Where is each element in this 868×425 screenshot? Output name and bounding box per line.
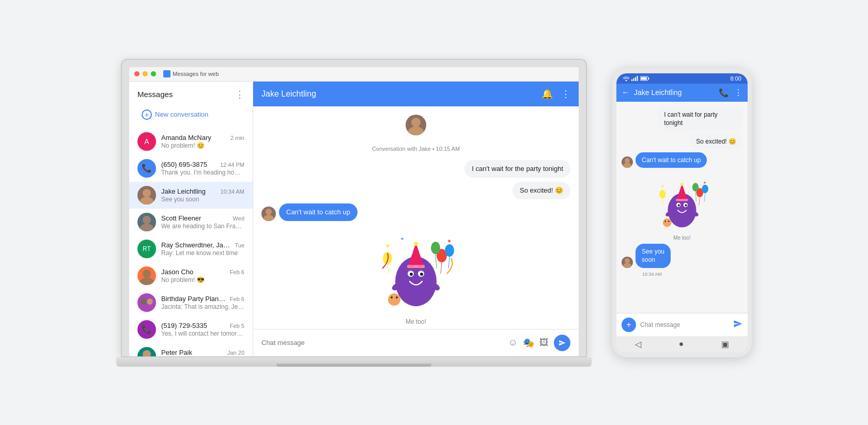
svg-marker-53 [677, 184, 688, 200]
svg-point-28 [396, 296, 398, 298]
phone-more-icon[interactable]: ⋮ [734, 88, 742, 98]
conv-info-650: (650) 695-3875 12:44 PM Thank you. I'm h… [161, 161, 244, 176]
svg-point-22 [410, 273, 413, 276]
svg-point-67 [702, 185, 708, 194]
svg-rect-44 [633, 78, 634, 81]
me-too-label: Me too! [261, 318, 570, 325]
svg-text:★: ★ [703, 181, 706, 184]
traffic-light-green[interactable] [151, 71, 156, 76]
conv-item-jason[interactable]: Jason Cho Feb 6 No problem! 😎 [129, 262, 253, 289]
conv-name-amanda: Amanda McNary [161, 134, 211, 141]
conv-time-scott: Wed [233, 215, 244, 222]
back-nav-icon[interactable]: ◁ [635, 339, 641, 349]
phone-bubble-2: So excited! 😊 [690, 134, 742, 149]
avatar-519: 📞 [137, 320, 156, 339]
conv-name-519: (519) 729-5335 [161, 322, 207, 329]
msg-row-2: So excited! 😊 [261, 182, 570, 199]
phone-bubble-3: Can't wait to catch up [636, 152, 707, 168]
send-button[interactable] [554, 335, 570, 351]
laptop-content: Messages ⋮ + New conversation A [129, 82, 579, 356]
bubble-3: Can't wait to catch up [279, 203, 358, 221]
emoji-icon[interactable]: ☺ [508, 337, 518, 348]
sticker-icon[interactable]: 🎭 [523, 337, 534, 349]
conv-item-peter[interactable]: Peter Paik Jan 20 I am available tomorro… [129, 343, 253, 356]
phone-jake-avatar-2 [622, 257, 633, 268]
conv-name-ray: Ray Schwerdtner, Jason Tzou [161, 241, 233, 249]
phone-header: ← Jake Leichtling 📞 ⋮ [616, 84, 748, 102]
phone-call-icon[interactable]: 📞 [719, 88, 729, 98]
svg-point-63 [664, 221, 666, 222]
phone-contact-name: Jake Leichtling [634, 88, 715, 97]
phone-chat-input-placeholder[interactable]: Chat message [640, 321, 729, 328]
laptop-titlebar: Messages for web [129, 67, 579, 82]
bubble-2: So excited! 😊 [513, 182, 570, 199]
conv-preview-birthday: Jacinta: That is amazing, Jeremy [161, 303, 244, 310]
svg-text:★: ★ [400, 237, 404, 241]
laptop-base [116, 357, 592, 367]
svg-point-13 [264, 215, 274, 221]
conv-info-amanda: Amanda McNary 2 min No problem! 😊 [161, 134, 244, 149]
phone-status-icons [623, 76, 649, 81]
conv-item-amanda[interactable]: A Amanda McNary 2 min No problem! 😊 [129, 128, 253, 155]
svg-point-5 [140, 277, 153, 285]
svg-line-30 [441, 262, 442, 274]
conv-item-650[interactable]: 📞 (650) 695-3875 12:44 PM Thank you. I'm… [129, 155, 253, 182]
conv-item-jake[interactable]: Jake Leichtling 10:34 AM See you soon [129, 182, 253, 209]
svg-line-34 [436, 254, 437, 269]
avatar-650: 📞 [137, 159, 156, 178]
new-conversation-button[interactable]: + New conversation [133, 105, 249, 124]
traffic-light-yellow[interactable] [143, 71, 148, 76]
svg-point-75 [625, 258, 630, 263]
phone-messages: I can't wait for party tonight So excite… [616, 102, 748, 313]
conv-time-jake: 10:34 AM [221, 188, 244, 195]
msg-row-3: Can't wait to catch up [261, 203, 570, 221]
conv-time-ray: Tue [235, 242, 244, 248]
traffic-light-red[interactable] [134, 71, 140, 76]
svg-point-1 [140, 197, 153, 204]
recents-nav-icon[interactable]: ▣ [721, 339, 729, 349]
notifications-icon[interactable]: 🔔 [541, 88, 553, 100]
new-conversation-label: New conversation [155, 111, 208, 118]
sidebar-header: Messages ⋮ [129, 82, 253, 105]
svg-rect-49 [641, 77, 647, 80]
conv-time-amanda: 2 min [230, 135, 244, 141]
phone-msg-row-2: So excited! 😊 [622, 134, 742, 149]
phone-bubble-1: I can't wait for party tonight [658, 107, 742, 131]
back-icon[interactable]: ← [622, 88, 630, 97]
more-options-icon[interactable]: ⋮ [561, 88, 570, 100]
conv-preview-scott: We are heading to San Francisco [161, 223, 244, 230]
svg-point-71 [659, 190, 665, 199]
home-nav-icon[interactable]: ● [679, 339, 684, 349]
svg-point-31 [445, 244, 454, 257]
conv-item-519[interactable]: 📞 (519) 729-5335 Feb 5 Yes, I will conta… [129, 316, 253, 343]
svg-rect-16 [407, 265, 425, 268]
conv-item-ray[interactable]: RT Ray Schwerdtner, Jason Tzou Tue Ray: … [129, 235, 253, 262]
plus-icon: + [142, 109, 152, 120]
conv-time-birthday: Feb 6 [230, 296, 244, 302]
avatar-jake [137, 186, 156, 204]
phone-input-bar: + Chat message [616, 313, 748, 336]
conv-info-jason: Jason Cho Feb 6 No problem! 😎 [161, 268, 244, 284]
conv-item-birthday[interactable]: Birthday Party Planning Feb 6 Jacinta: T… [129, 289, 253, 316]
conv-info-ray: Ray Schwerdtner, Jason Tzou Tue Ray: Let… [161, 241, 244, 257]
phone-msg-row-seeyou: See you soon [622, 244, 742, 267]
phone-body: 8:00 ← Jake Leichtling 📞 ⋮ I can't wait … [612, 68, 752, 357]
phone-add-button[interactable]: + [622, 318, 636, 332]
svg-point-64 [668, 221, 670, 222]
avatar-amanda: A [137, 132, 156, 151]
svg-point-33 [431, 242, 440, 254]
phone-send-button[interactable] [733, 319, 742, 330]
svg-rect-43 [631, 79, 632, 81]
image-icon[interactable]: 🖼 [539, 337, 549, 348]
conv-time-519: Feb 5 [230, 323, 244, 329]
svg-point-26 [388, 293, 400, 306]
svg-point-69 [692, 183, 699, 192]
wifi-icon [623, 76, 630, 81]
conv-item-scott[interactable]: Scott Fleener Wed We are heading to San … [129, 209, 253, 235]
titlebar-label: Messages for web [163, 70, 219, 77]
phone: 8:00 ← Jake Leichtling 📞 ⋮ I can't wait … [612, 68, 752, 357]
conv-name-scott: Scott Fleener [161, 214, 201, 222]
chat-message-input[interactable] [261, 339, 503, 347]
sidebar-menu-icon[interactable]: ⋮ [235, 89, 244, 100]
svg-point-76 [623, 263, 631, 268]
